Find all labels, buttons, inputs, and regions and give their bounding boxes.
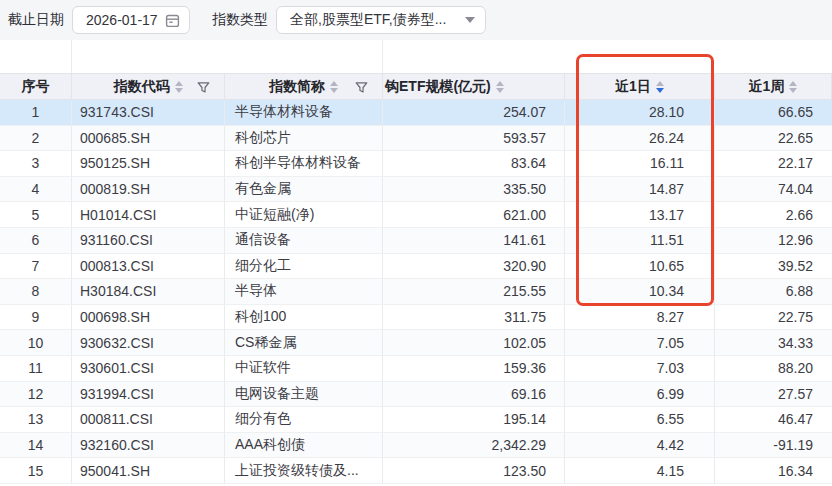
cell-name: 通信设备 (225, 228, 383, 254)
sort-icon-1week[interactable] (789, 81, 797, 93)
cell-1week: 66.65 (715, 100, 832, 126)
cell-1day: 7.03 (565, 356, 715, 382)
cell-seq: 14 (0, 433, 72, 459)
table-row[interactable]: 9 000698.SH 科创100 311.75 8.27 22.75 (0, 305, 832, 331)
cell-name: 细分化工 (225, 254, 383, 280)
cell-name: 科创芯片 (225, 126, 383, 152)
cell-1day: 8.27 (565, 305, 715, 331)
date-label: 截止日期 (8, 11, 64, 29)
filter-funnel-icon-name[interactable] (355, 81, 368, 94)
table-body: 1 931743.CSI 半导体材料设备 254.07 28.10 66.65 … (0, 100, 832, 484)
table-row[interactable]: 14 932160.CSI AAA科创债 2,342.29 4.42 -91.1… (0, 433, 832, 459)
date-value: 2026-01-17 (86, 12, 165, 28)
table-row[interactable]: 2 000685.SH 科创芯片 593.57 26.24 22.65 (0, 126, 832, 152)
cell-code: 000685.SH (72, 126, 225, 152)
cell-1day: 28.10 (565, 100, 715, 126)
cell-1week: 74.04 (715, 177, 832, 203)
cell-1day: 10.34 (565, 279, 715, 305)
cell-scale: 195.14 (383, 407, 565, 433)
cell-code: 000819.SH (72, 177, 225, 203)
calendar-icon[interactable] (165, 13, 180, 28)
index-type-select[interactable]: 全部,股票型ETF,债券型... (276, 6, 486, 34)
sort-icon-code[interactable] (175, 81, 183, 93)
cell-code: H30184.CSI (72, 279, 225, 305)
cell-scale: 69.16 (383, 382, 565, 408)
cell-name: 上证投资级转债及... (225, 458, 383, 484)
cell-code: 950041.SH (72, 458, 225, 484)
filter-funnel-icon-code[interactable] (197, 81, 210, 94)
cell-seq: 11 (0, 356, 72, 382)
cell-code: 931743.CSI (72, 100, 225, 126)
cell-1week: 16.34 (715, 458, 832, 484)
cell-scale: 320.90 (383, 254, 565, 280)
cell-name: 科创100 (225, 305, 383, 331)
cell-1week: 22.75 (715, 305, 832, 331)
header-1week[interactable]: 近1周 (715, 74, 832, 100)
cell-code: H01014.CSI (72, 202, 225, 228)
cell-seq: 15 (0, 458, 72, 484)
cell-scale: 335.50 (383, 177, 565, 203)
cell-1day: 11.51 (565, 228, 715, 254)
cell-1day: 6.55 (565, 407, 715, 433)
cell-name: 半导体材料设备 (225, 100, 383, 126)
cell-1day: 16.11 (565, 151, 715, 177)
table-header-row: 序号 指数代码 指数简称 钩ETF规模(亿元) 近1日 近1周 (0, 73, 832, 100)
cell-seq: 3 (0, 151, 72, 177)
cell-1day: 4.42 (565, 433, 715, 459)
cell-1week: 34.33 (715, 330, 832, 356)
chevron-down-icon (465, 17, 475, 23)
cell-1day: 10.65 (565, 254, 715, 280)
cell-1week: -91.19 (715, 433, 832, 459)
cell-1day: 7.05 (565, 330, 715, 356)
table-row[interactable]: 6 931160.CSI 通信设备 141.61 11.51 12.96 (0, 228, 832, 254)
filter-toolbar: 截止日期 2026-01-17 指数类型 全部,股票型ETF,债券型... (0, 0, 832, 40)
table-row[interactable]: 10 930632.CSI CS稀金属 102.05 7.05 34.33 (0, 330, 832, 356)
cell-scale: 102.05 (383, 330, 565, 356)
sort-icon-scale[interactable] (496, 81, 504, 93)
table-row[interactable]: 5 H01014.CSI 中证短融(净) 621.00 13.17 2.66 (0, 202, 832, 228)
cell-seq: 4 (0, 177, 72, 203)
table-row[interactable]: 3 950125.SH 科创半导体材料设备 83.64 16.11 22.17 (0, 151, 832, 177)
date-picker-input[interactable]: 2026-01-17 (72, 6, 190, 34)
cell-seq: 7 (0, 254, 72, 280)
cell-seq: 5 (0, 202, 72, 228)
table-row[interactable]: 12 931994.CSI 电网设备主题 69.16 6.99 27.57 (0, 382, 832, 408)
table-row[interactable]: 7 000813.CSI 细分化工 320.90 10.65 39.52 (0, 254, 832, 280)
cell-seq: 10 (0, 330, 72, 356)
cell-1day: 26.24 (565, 126, 715, 152)
cell-1week: 2.66 (715, 202, 832, 228)
table-row[interactable]: 13 000811.CSI 细分有色 195.14 6.55 46.47 (0, 407, 832, 433)
cell-seq: 12 (0, 382, 72, 408)
cell-name: CS稀金属 (225, 330, 383, 356)
cell-name: 有色金属 (225, 177, 383, 203)
table-row[interactable]: 15 950041.SH 上证投资级转债及... 123.50 4.15 16.… (0, 458, 832, 484)
cell-name: 科创半导体材料设备 (225, 151, 383, 177)
cell-name: 中证短融(净) (225, 202, 383, 228)
sort-icon-1day[interactable] (656, 81, 664, 93)
cell-1week: 6.88 (715, 279, 832, 305)
cell-seq: 1 (0, 100, 72, 126)
cell-code: 000811.CSI (72, 407, 225, 433)
header-seq: 序号 (0, 74, 72, 100)
cell-name: 中证软件 (225, 356, 383, 382)
header-name[interactable]: 指数简称 (225, 74, 383, 100)
table-row[interactable]: 8 H30184.CSI 半导体 215.55 10.34 6.88 (0, 279, 832, 305)
cell-code: 950125.SH (72, 151, 225, 177)
cell-1week: 39.52 (715, 254, 832, 280)
cell-code: 931160.CSI (72, 228, 225, 254)
header-etf-scale[interactable]: 钩ETF规模(亿元) (383, 74, 565, 100)
table-row[interactable]: 4 000819.SH 有色金属 335.50 14.87 74.04 (0, 177, 832, 203)
cell-name: AAA科创债 (225, 433, 383, 459)
cell-code: 930601.CSI (72, 356, 225, 382)
table-row[interactable]: 11 930601.CSI 中证软件 159.36 7.03 88.20 (0, 356, 832, 382)
header-code[interactable]: 指数代码 (72, 74, 225, 100)
table-row[interactable]: 1 931743.CSI 半导体材料设备 254.07 28.10 66.65 (0, 100, 832, 126)
cell-scale: 254.07 (383, 100, 565, 126)
cell-code: 932160.CSI (72, 433, 225, 459)
sort-icon-name[interactable] (330, 81, 338, 93)
cell-code: 931994.CSI (72, 382, 225, 408)
header-1day[interactable]: 近1日 (565, 74, 715, 100)
cell-1week: 12.96 (715, 228, 832, 254)
cell-scale: 593.57 (383, 126, 565, 152)
index-type-value: 全部,股票型ETF,债券型... (290, 11, 459, 29)
